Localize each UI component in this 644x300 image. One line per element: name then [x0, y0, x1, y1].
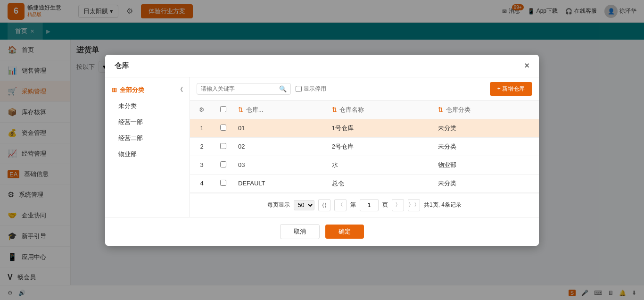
category-all[interactable]: ⊞ 全部分类 《 [105, 82, 190, 98]
per-page-select[interactable]: 50 [294, 200, 314, 210]
page-prev-button[interactable]: 〈 [334, 199, 347, 211]
row4-code: DEFAULT [232, 174, 326, 192]
modal-overlay: 仓库 × ⊞ 全部分类 《 未分类 [71, 40, 644, 300]
cancel-button[interactable]: 取消 [280, 224, 320, 239]
per-page-label: 每页显示 [267, 201, 290, 209]
row4-num: 4 [190, 174, 214, 192]
category-item-ops2[interactable]: 经营二部 [105, 130, 190, 146]
row2-num: 2 [190, 137, 214, 156]
row1-checkbox[interactable] [214, 119, 232, 137]
table-row[interactable]: 1 01 1号仓库 未分类 [190, 119, 539, 137]
col-category: ⇅ 仓库分类 [432, 101, 539, 119]
search-icon: 🔍 [279, 85, 287, 92]
row2-category: 未分类 [432, 137, 539, 156]
page-next-button[interactable]: 〉 [392, 199, 404, 211]
select-all-checkbox[interactable] [220, 106, 226, 112]
content-area: 进货单 按以下 ▾ 仓库 × [71, 40, 644, 300]
collapse-icon[interactable]: 《 [177, 86, 183, 94]
row4-category: 未分类 [432, 174, 539, 192]
row2-checkbox[interactable] [214, 137, 232, 156]
row3-category: 物业部 [432, 156, 539, 174]
row3-checkbox[interactable] [214, 156, 232, 174]
modal-body: ⊞ 全部分类 《 未分类 经营一部 经营二部 [105, 77, 539, 217]
category-item-property[interactable]: 物业部 [105, 146, 190, 162]
category-panel: ⊞ 全部分类 《 未分类 经营一部 经营二部 [105, 77, 190, 217]
modal-close-button[interactable]: × [524, 61, 529, 70]
row1-num: 1 [190, 119, 214, 137]
table-toolbar: 🔍 显示停用 + 新增仓库 [190, 77, 539, 101]
search-box[interactable]: 🔍 [197, 83, 291, 95]
sort-icon-name: ⇅ [332, 106, 337, 113]
row2-name: 2号仓库 [326, 137, 433, 156]
row1-category: 未分类 [432, 119, 539, 137]
page-label-pre: 第 [350, 201, 356, 209]
category-item-unclassified-label: 未分类 [118, 102, 137, 109]
show-disabled-checkbox[interactable]: 显示停用 [296, 85, 326, 93]
page-label: 页 [382, 201, 388, 209]
row2-code: 02 [232, 137, 326, 156]
table-row[interactable]: 4 DEFAULT 总仓 未分类 [190, 174, 539, 192]
row4-checkbox[interactable] [214, 174, 232, 192]
total-label: 共1页, 4条记录 [424, 201, 462, 209]
row3-code: 03 [232, 156, 326, 174]
category-item-ops2-label: 经营二部 [118, 134, 143, 142]
row3-num: 3 [190, 156, 214, 174]
modal-footer: 取消 确定 [105, 217, 539, 246]
modal-warehouse: 仓库 × ⊞ 全部分类 《 未分类 [105, 55, 539, 246]
sort-icon-code: ⇅ [238, 106, 243, 113]
col-settings[interactable]: ⚙ [190, 101, 214, 119]
table-panel: 🔍 显示停用 + 新增仓库 [190, 77, 539, 217]
show-disabled-label: 显示停用 [304, 85, 326, 93]
table-body: 1 01 1号仓库 未分类 2 02 [190, 119, 539, 192]
search-input[interactable] [201, 85, 276, 92]
col-code: ⇅ 仓库... [232, 101, 326, 119]
modal-title: 仓库 [115, 61, 129, 70]
col-name: ⇅ 仓库名称 [326, 101, 433, 119]
main-layout: 🏠 首页 📊 销售管理 🛒 采购管理 📦 库存核算 💰 资金管理 📈 经营管理 … [0, 40, 644, 300]
page-number-input[interactable] [360, 199, 379, 211]
sort-icon-category: ⇅ [438, 106, 443, 113]
row3-name: 水 [326, 156, 433, 174]
new-warehouse-button[interactable]: + 新增仓库 [490, 82, 532, 96]
table-row[interactable]: 3 03 水 物业部 [190, 156, 539, 174]
category-item-ops1[interactable]: 经营一部 [105, 114, 190, 130]
col-checkbox [214, 101, 232, 119]
modal-header: 仓库 × [105, 55, 539, 77]
row1-code: 01 [232, 119, 326, 137]
table-header-row: ⚙ ⇅ 仓库... ⇅ 仓库名称 [190, 101, 539, 119]
page-first-button[interactable]: ⟨⟨ [318, 199, 330, 211]
data-table: ⚙ ⇅ 仓库... ⇅ 仓库名称 [190, 101, 539, 193]
show-disabled-input[interactable] [296, 86, 302, 92]
grid-icon: ⊞ [112, 86, 117, 93]
pagination-bar: 每页显示 50 ⟨⟨ 〈 第 页 〉 〉〉 共1页, 4条记录 [190, 193, 539, 217]
row1-name: 1号仓库 [326, 119, 433, 137]
row4-name: 总仓 [326, 174, 433, 192]
warehouse-table: ⚙ ⇅ 仓库... ⇅ 仓库名称 [190, 101, 539, 193]
category-all-label: 全部分类 [120, 86, 144, 94]
category-item-property-label: 物业部 [118, 150, 137, 158]
page-last-button[interactable]: 〉〉 [408, 199, 420, 211]
category-item-unclassified[interactable]: 未分类 [105, 98, 190, 114]
confirm-button[interactable]: 确定 [325, 225, 364, 239]
category-item-ops1-label: 经营一部 [118, 118, 143, 125]
table-row[interactable]: 2 02 2号仓库 未分类 [190, 137, 539, 156]
